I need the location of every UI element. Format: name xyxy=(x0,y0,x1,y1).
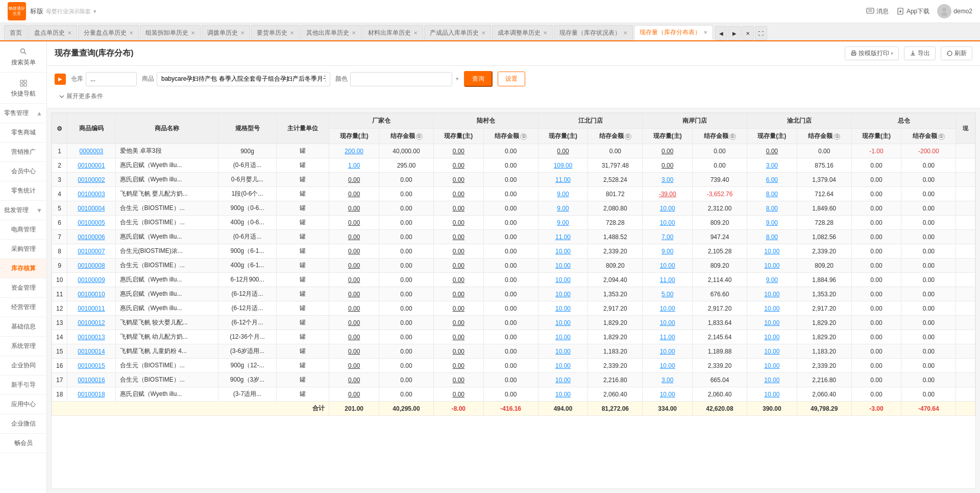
message-btn[interactable]: 消息 xyxy=(866,7,889,16)
tab-close-active-icon[interactable]: ✕ xyxy=(703,30,707,35)
th-total-amt: 结存金额① xyxy=(901,129,956,144)
tab-close-icon[interactable]: ✕ xyxy=(240,30,244,36)
td-extra xyxy=(956,344,975,359)
td-f-qty: 0.00 xyxy=(329,201,379,216)
summary-total-qty: -3.00 xyxy=(851,402,901,416)
tab-close-icon[interactable]: ✕ xyxy=(290,30,294,36)
sidebar-item-basic-info[interactable]: 基础信息 xyxy=(0,317,46,337)
summary-jb-amt: 81,272.06 xyxy=(588,402,643,416)
tab-close-icon[interactable]: ✕ xyxy=(481,30,485,36)
sidebar-item-apps[interactable]: 应用中心 xyxy=(0,395,46,414)
td-extra xyxy=(956,259,975,273)
sidebar-item-search[interactable]: 搜索英单 xyxy=(0,41,46,73)
td-nb-qty: 3.00 xyxy=(643,373,693,387)
sidebar-item-wholesale[interactable]: 批发管理 ▼ xyxy=(0,201,46,220)
td-jb-qty: 9.00 xyxy=(538,187,588,201)
tab-stock-dist[interactable]: 现存量（库存分布表） ✕ xyxy=(634,25,713,40)
sidebar-item-guide[interactable]: 新手引导 xyxy=(0,375,46,395)
sidebar-item-finance[interactable]: 资金管理 xyxy=(0,278,46,298)
tab-split-check[interactable]: 分量盘点单历史 ✕ xyxy=(78,25,139,40)
td-unit: 罐 xyxy=(277,187,329,201)
td-nb-amt: 0.00 xyxy=(693,144,747,158)
nb-amt-info-icon[interactable]: ① xyxy=(729,133,736,140)
query-btn[interactable]: 查询 xyxy=(464,71,493,87)
color-input[interactable] xyxy=(350,72,452,86)
refresh-btn[interactable]: 刷新 xyxy=(941,46,972,60)
td-code: 00100001 xyxy=(67,158,115,173)
app-download-btn[interactable]: App下载 xyxy=(896,7,929,16)
tab-close-icon[interactable]: ✕ xyxy=(352,30,356,36)
sidebar-item-system[interactable]: 系统管理 xyxy=(0,337,46,356)
tab-inventory-check[interactable]: 盘点单历史 ✕ xyxy=(29,25,77,40)
tab-close-icon[interactable]: ✕ xyxy=(543,30,547,36)
search-icon xyxy=(18,46,29,57)
tab-close-icon[interactable]: ✕ xyxy=(129,30,133,36)
sidebar-item-operation[interactable]: 经营管理 xyxy=(0,298,46,317)
td-unit: 罐 xyxy=(277,259,329,273)
tab-prev-btn[interactable]: ◀ xyxy=(715,26,727,40)
sidebar-item-retail-shop[interactable]: 零售商城 xyxy=(0,123,46,143)
td-f-amt: 0.00 xyxy=(379,359,434,373)
tab-finished-in[interactable]: 产成品入库单历史 ✕ xyxy=(424,25,491,40)
tab-other-out[interactable]: 其他出库单历史 ✕ xyxy=(301,25,361,40)
warehouse-input[interactable] xyxy=(86,72,137,86)
tab-expand-btn[interactable]: ⛶ xyxy=(755,26,767,40)
total-amt-info-icon[interactable]: ① xyxy=(938,133,945,140)
inventory-table-container[interactable]: ⚙ 商品编码 商品名称 规格型号 主计量单位 厂家仓 陆村仓 江北门店 南岸门店… xyxy=(51,112,976,489)
td-f-amt: 0.00 xyxy=(379,187,434,201)
td-yb-qty: 10.00 xyxy=(747,330,797,344)
tab-assemble[interactable]: 组装拆卸单历史 ✕ xyxy=(140,25,201,40)
tab-order[interactable]: 要货单历史 ✕ xyxy=(251,25,300,40)
tab-close-icon[interactable]: ✕ xyxy=(413,30,418,36)
tab-close-icon[interactable]: ✕ xyxy=(191,30,195,36)
product-input[interactable] xyxy=(157,72,330,86)
tab-cost-adjust[interactable]: 成本调整单历史 ✕ xyxy=(492,25,553,40)
sidebar-item-retail-mgmt[interactable]: 零售管理 ▲ xyxy=(0,104,46,123)
th-spec: 规格型号 xyxy=(218,113,277,144)
tab-stock-status[interactable]: 现存量（库存状况表） ✕ xyxy=(554,25,633,40)
tab-home[interactable]: 首页 xyxy=(4,25,28,40)
l-amt-info-icon[interactable]: ① xyxy=(520,133,527,140)
expand-conditions-btn[interactable]: 展开更多条件 xyxy=(55,90,972,103)
sidebar-item-vip[interactable]: 畅会员 xyxy=(0,434,46,453)
sidebar-item-inventory[interactable]: 库存核算 xyxy=(0,259,46,278)
jb-amt-info-icon[interactable]: ① xyxy=(625,133,631,140)
print-btn[interactable]: 按模版打印 ▾ xyxy=(845,46,899,60)
td-l-qty: 0.00 xyxy=(434,173,484,187)
tab-close-all-btn[interactable]: ✕ xyxy=(742,26,754,40)
user-menu[interactable]: demo2 xyxy=(937,4,972,18)
th-settings[interactable]: ⚙ xyxy=(52,113,67,144)
tab-next-btn[interactable]: ▶ xyxy=(728,26,741,40)
filter-expand-btn[interactable]: ▶ xyxy=(55,74,66,85)
tab-close-icon[interactable]: ✕ xyxy=(623,30,627,36)
sidebar-item-nav[interactable]: 快捷导航 xyxy=(0,73,46,104)
td-yb-amt: 1,829.20 xyxy=(797,316,851,330)
td-name: 合生元（BIOSTIME）... xyxy=(115,201,218,216)
table-row: 16 00100015 合生元（BIOSTIME）... 900g（12-...… xyxy=(52,359,975,373)
tab-close-icon[interactable]: ✕ xyxy=(67,30,71,36)
td-l-qty: 0.00 xyxy=(434,259,484,273)
sidebar-item-purchase[interactable]: 采购管理 xyxy=(0,240,46,259)
sidebar-item-ecom[interactable]: 电商管理 xyxy=(0,220,46,240)
tab-material-out[interactable]: 材料出库单历史 ✕ xyxy=(362,25,423,40)
td-yb-amt: 1,379.04 xyxy=(797,173,851,187)
sidebar-item-retail-stats[interactable]: 零售统计 xyxy=(0,181,46,201)
settings-btn[interactable]: 设置 xyxy=(498,72,525,86)
page-title: 现存量查询(库存分布) xyxy=(55,48,134,59)
td-name: 惠氏启赋（Wyeth illu... xyxy=(115,287,218,301)
td-name: 惠氏启赋（Wyeth illu... xyxy=(115,387,218,402)
tab-transfer[interactable]: 调拨单历史 ✕ xyxy=(202,25,250,40)
company-selector[interactable]: 标版 xyxy=(30,7,43,16)
td-no: 8 xyxy=(52,244,67,259)
sidebar-item-wechat[interactable]: 企业微信 xyxy=(0,414,46,434)
export-btn[interactable]: 导出 xyxy=(904,46,936,60)
td-jb-qty: 9.00 xyxy=(538,201,588,216)
td-extra xyxy=(956,273,975,287)
sidebar-item-marketing[interactable]: 营销推广 xyxy=(0,143,46,162)
yb-amt-info-icon[interactable]: ① xyxy=(834,133,840,140)
sidebar-item-member[interactable]: 会员中心 xyxy=(0,162,46,181)
sidebar-item-collab[interactable]: 企业协同 xyxy=(0,356,46,375)
td-total-amt: 0.00 xyxy=(901,373,956,387)
f-amt-info-icon[interactable]: ① xyxy=(416,133,423,140)
color-dropdown-icon[interactable]: ▾ xyxy=(456,76,459,82)
